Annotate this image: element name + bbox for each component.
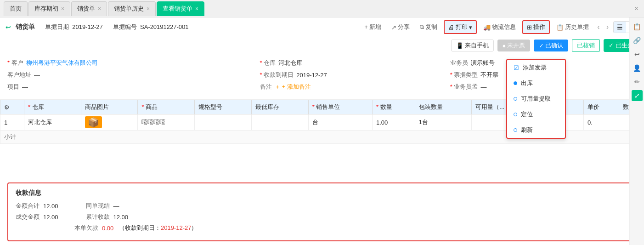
dot-blue-icon [514,81,517,85]
row-qty: 1.00 [372,114,415,131]
new-btn[interactable]: + 新增 [361,21,385,33]
sidebar-icon-clipboard[interactable]: 📋 [632,21,643,32]
salesperson-value: 演示账号 [471,59,495,67]
print-dropdown-arrow: ▾ [469,24,472,31]
warehouse-field: 仓库 河北仓库 [260,59,446,67]
col-unit: 销售单位 [308,100,372,114]
customer-addr-field: 客户地址 — [7,71,256,79]
deal-amount-field: 成交金额 12.00 [16,213,58,221]
tab-view-sales[interactable]: 查看销货单 × [157,1,204,16]
salesperson-label: 业务员 [450,59,468,67]
project-label: 项目 [7,83,19,91]
check-icon: ✓ [539,42,544,49]
same-order-field: 同单现结 — [86,202,119,210]
not-open-btn[interactable]: ● 未开票 [497,40,531,51]
dot-outline-icon [514,97,517,101]
ticket-icon: ● [503,42,506,49]
tab-sales-history[interactable]: 销货单历史 × [108,1,156,16]
print-btn[interactable]: 🖨 打印 ▾ [444,20,477,34]
project-field: 项目 — [7,83,256,91]
view-list-btn[interactable]: ☰ [614,22,626,33]
warehouse-value: 河北仓库 [278,59,302,67]
doc-type-label: 销货单 [16,23,35,31]
sidebar-icon-undo[interactable]: ↩ [632,49,643,60]
col-price: 单价 [583,100,619,114]
nav-prev[interactable]: ‹ [595,22,601,32]
menu-item-add-invoice[interactable]: ☑ 添加发票 [507,60,565,75]
doc-icon: ↩ [6,23,11,31]
payment-date-field: 收款到期日 2019-12-27 [260,71,446,79]
warehouse-label: 仓库 [260,59,276,67]
cancelled-btn[interactable]: 已核销 [572,39,600,52]
ticket-type-label: 票据类型 [450,71,478,79]
plus-icon: ＋ [275,83,281,91]
col-qty: 数量 [372,100,415,114]
sidebar-icon-link[interactable]: 🔗 [632,35,643,46]
right-sidebar: 📋 🔗 ↩ 👤 ✏ ⤢ [629,17,644,245]
dropdown-menu: ☑ 添加发票 出库 可用量提取 定位 刷新 [506,59,566,139]
tab-sales-order[interactable]: 销货单 × [71,1,107,16]
arrears-label: 本单欠款 [74,224,98,232]
same-order-label: 同单现结 [86,202,110,210]
col-settings[interactable]: ⚙ [0,100,24,114]
col-spec: 规格型号 [195,100,252,114]
history-icon: 📋 [556,24,564,31]
same-order-value: — [113,203,119,210]
sidebar-icon-expand[interactable]: ⤢ [632,90,643,101]
arrears-note: （收款到期日：2019-12-27） [117,224,197,232]
operate-btn[interactable]: ⊞ 操作 [522,20,550,34]
menu-item-out-warehouse[interactable]: 出库 [507,75,565,91]
menu-item-refresh[interactable]: 刷新 [507,122,565,138]
main-area: ↩ 销货单 单据日期 2019-12-27 单据编号 SA-20191227-0… [0,17,644,245]
ticket-type-value: 不开票 [480,71,498,79]
confirm-btn[interactable]: ✓ 已确认 [534,40,568,51]
deal-amount-value: 12.00 [43,214,58,221]
share-btn[interactable]: ↗ 分享 [388,21,413,33]
add-note-btn[interactable]: ＋ + 添加备注 [275,83,311,91]
share-icon: ↗ [391,24,396,31]
tab-inventory-init[interactable]: 库存期初 × [28,1,70,16]
payment-title: 收款信息 [16,189,628,197]
from-phone-btn[interactable]: 📱 来自手机 [451,40,494,51]
customer-addr-label: 客户地址 [7,71,31,79]
tab-inventory-init-close[interactable]: × [61,6,64,12]
copy-icon: ⧉ [420,23,424,31]
logistics-icon: 🚚 [483,24,491,31]
tab-sales-history-label: 销货单历史 [114,5,144,13]
payment-date-value: 2019-12-27 [296,72,327,79]
note-field: 备注 ＋ + 添加备注 [260,83,446,91]
tab-inventory-init-label: 库存期初 [34,5,58,13]
copy-btn[interactable]: ⧉ 复制 [416,21,441,33]
row-min-stock [251,114,308,131]
payment-date-label: 收款到期日 [260,71,294,79]
logistics-btn[interactable]: 🚚 物流信息 [480,21,520,33]
col-pkg-qty: 包装数量 [415,100,472,114]
sidebar-icon-user[interactable]: 👤 [632,63,643,74]
sidebar-icon-edit[interactable]: ✏ [632,76,643,87]
tab-view-sales-close[interactable]: × [195,6,198,12]
tab-home-label: 首页 [10,5,22,13]
customer-value[interactable]: 柳州粤港平安气体有限公司 [26,59,98,67]
menu-item-locate[interactable]: 定位 [507,107,565,122]
tab-sales-order-close[interactable]: × [98,6,101,12]
col-image: 商品图片 [81,100,138,114]
menu-item-available-qty[interactable]: 可用量提取 [507,91,565,107]
window-close-btn[interactable]: × [633,3,640,15]
customer-field: 客户 柳州粤港平安气体有限公司 [7,59,256,67]
row-product: 嘻嘻嘻嘻 [138,114,195,131]
tab-bar: 首页 库存期初 × 销货单 × 销货单历史 × 查看销货单 × × [0,0,644,17]
col-min-stock: 最低库存 [251,100,308,114]
dot-outline-icon-3 [514,128,517,132]
history-btn[interactable]: 📋 历史单据 [553,21,593,33]
print-icon: 🖨 [448,24,454,31]
row-image: 📦 [81,114,138,131]
cumulative-value: 12.00 [113,214,129,221]
number-label: 单据编号 SA-20191227-001 [113,23,189,31]
amount-value: 12.00 [43,203,58,210]
primary-toolbar: ↩ 销货单 单据日期 2019-12-27 单据编号 SA-20191227-0… [0,17,644,37]
tab-home[interactable]: 首页 [4,1,28,16]
col-warehouse: 仓库 [24,100,81,114]
nav-next[interactable]: › [604,22,610,32]
tab-sales-history-close[interactable]: × [147,6,150,12]
operate-icon: ⊞ [527,24,532,31]
